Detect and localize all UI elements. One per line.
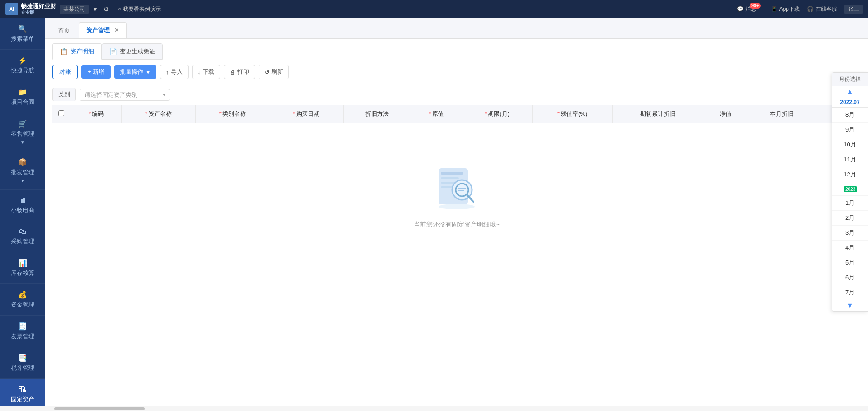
month-panel-up[interactable]: ▲ <box>832 86 868 97</box>
table-container[interactable]: *编码 *资产名称 *类别名称 *购买日期 折旧方法 *原值 *期限(月) *残… <box>45 105 868 406</box>
sidebar-item-invoice[interactable]: 🧾 发票管理 <box>0 316 45 347</box>
user-info[interactable]: 张三 <box>844 5 863 14</box>
sidebar-item-ecommerce[interactable]: 🖥 小畅电商 <box>0 190 45 221</box>
app-name: 畅捷通好业财 <box>21 3 56 10</box>
quicknav-icon: ⚡ <box>18 56 27 65</box>
month-item-8[interactable]: 8月 <box>832 108 868 123</box>
sidebar: 🔍 搜索菜单 ⚡ 快捷导航 📁 项目合同 🛒 零售管理 ▼ 📦 批发管理 ▼ 🖥… <box>0 18 45 406</box>
tab-asset-management[interactable]: 资产管理 ✕ <box>79 22 127 38</box>
th-asset-name: *资产名称 <box>122 105 196 123</box>
retail-arrow-icon: ▼ <box>20 140 25 145</box>
add-button[interactable]: + 新增 <box>81 65 111 79</box>
top-bar: Ai 畅捷通好业财 专业版 某某公司 ▼ ⚙ ○ 我要看实例演示 💬 消息 99… <box>0 0 868 18</box>
category-select[interactable]: 请选择固定资产类别 <box>80 89 170 101</box>
year-badge: 2023 <box>844 186 857 192</box>
project-icon: 📁 <box>18 88 27 96</box>
batch-button[interactable]: 批量操作 ▼ <box>114 65 156 79</box>
sidebar-item-retail[interactable]: 🛒 零售管理 ▼ <box>0 113 45 151</box>
import-icon: ↑ <box>166 69 169 76</box>
svg-point-0 <box>439 204 475 209</box>
th-period: *期限(月) <box>462 105 532 123</box>
print-button[interactable]: 🖨 打印 <box>224 65 255 79</box>
table-header-row: *编码 *资产名称 *类别名称 *购买日期 折旧方法 *原值 *期限(月) *残… <box>52 105 861 123</box>
demo-link[interactable]: ○ 我要看实例演示 <box>118 5 161 13</box>
reconcile-button[interactable]: 对账 <box>52 65 78 79</box>
tax-icon: 📑 <box>18 354 27 362</box>
category-filter-label: 类别 <box>52 88 76 101</box>
online-service-button[interactable]: 🎧 在线客服 <box>807 5 837 13</box>
sidebar-item-quicknav[interactable]: ⚡ 快捷导航 <box>0 50 45 81</box>
company-selector[interactable]: 某某公司 <box>60 5 89 14</box>
app-download-button[interactable]: 📱 App下载 <box>771 5 800 13</box>
category-select-wrapper[interactable]: 请选择固定资产类别 <box>80 89 170 101</box>
sub-tab-asset-detail[interactable]: 📋 资产明细 <box>52 43 102 60</box>
month-item-12[interactable]: 12月 <box>832 167 868 182</box>
scrollbar-thumb[interactable] <box>54 407 145 410</box>
download-button[interactable]: ↓ 下载 <box>192 65 221 79</box>
month-item-7[interactable]: 7月 <box>832 285 868 300</box>
sidebar-item-search[interactable]: 🔍 搜索菜单 <box>0 18 45 50</box>
month-item-3[interactable]: 3月 <box>832 226 868 241</box>
company-name: 某某公司 <box>63 6 85 12</box>
asset-table: *编码 *资产名称 *类别名称 *购买日期 折旧方法 *原值 *期限(月) *残… <box>52 105 861 247</box>
batch-dropdown-icon: ▼ <box>145 69 151 76</box>
tab-close-icon[interactable]: ✕ <box>114 27 119 33</box>
th-original-value: *原值 <box>411 105 462 123</box>
th-checkbox[interactable] <box>52 105 71 123</box>
sidebar-item-label: 库存核算 <box>11 269 34 277</box>
month-panel: 月份选择 ▲ 2022.07 8月 9月 10月 11月 12月 2023 1月… <box>832 72 868 312</box>
month-item-year-2023: 2023 <box>832 182 868 196</box>
th-accumulated-depreciation: 期初累计折旧 <box>613 105 703 123</box>
sidebar-item-label: 搜索菜单 <box>11 35 34 43</box>
sidebar-item-label: 固定资产 <box>11 395 34 403</box>
sidebar-item-project[interactable]: 📁 项目合同 <box>0 81 45 113</box>
print-icon: 🖨 <box>230 69 236 76</box>
sidebar-item-fixed-assets[interactable]: 🏗 固定资产 <box>0 379 45 406</box>
sidebar-item-wholesale[interactable]: 📦 批发管理 ▼ <box>0 151 45 190</box>
messages-button[interactable]: 💬 消息 99+ <box>737 5 756 13</box>
th-category: *类别名称 <box>195 105 269 123</box>
th-residual-rate: *残值率(%) <box>532 105 613 123</box>
sub-tab-bar: 📋 资产明细 📄 变更生成凭证 <box>45 39 868 60</box>
th-depreciation-method: 折旧方法 <box>343 105 411 123</box>
sidebar-item-inventory[interactable]: 📊 库存核算 <box>0 252 45 284</box>
month-item-1[interactable]: 1月 <box>832 196 868 211</box>
sidebar-item-purchase[interactable]: 🛍 采购管理 <box>0 221 45 252</box>
inventory-icon: 📊 <box>18 259 27 267</box>
company-dropdown-icon[interactable]: ▼ <box>92 6 98 13</box>
month-item-5[interactable]: 5月 <box>832 255 868 270</box>
refresh-button[interactable]: ↺ 刷新 <box>259 65 289 79</box>
settings-icon[interactable]: ⚙ <box>104 6 109 13</box>
messages-badge: 99+ <box>750 3 761 9</box>
sub-tab-change-voucher[interactable]: 📄 变更生成凭证 <box>102 43 163 60</box>
month-panel-down[interactable]: ▼ <box>832 300 868 311</box>
import-button[interactable]: ↑ 导入 <box>160 65 189 79</box>
month-item-2[interactable]: 2月 <box>832 211 868 226</box>
sidebar-item-label: 快捷导航 <box>11 66 34 75</box>
horizontal-scrollbar[interactable] <box>0 406 868 411</box>
content-area: 首页 资产管理 ✕ 📋 资产明细 📄 变更生成凭证 <box>45 18 868 406</box>
month-item-6[interactable]: 6月 <box>832 270 868 285</box>
sidebar-item-finance[interactable]: 💰 资金管理 <box>0 284 45 316</box>
toolbar: 对账 + 新增 批量操作 ▼ ↑ 导入 ↓ 下载 🖨 打印 <box>45 60 868 84</box>
empty-svg <box>429 159 484 213</box>
svg-rect-3 <box>441 177 459 179</box>
select-all-checkbox[interactable] <box>58 110 64 116</box>
sidebar-item-label: 税务管理 <box>11 364 34 372</box>
page-content: 📋 资产明细 📄 变更生成凭证 对账 + 新增 批量操作 ▼ <box>45 39 868 406</box>
change-voucher-tab-icon: 📄 <box>109 48 117 55</box>
invoice-icon: 🧾 <box>18 322 27 331</box>
month-panel-year[interactable]: 2022.07 <box>832 97 868 108</box>
app-logo: Ai 畅捷通好业财 专业版 <box>5 3 56 15</box>
purchase-icon: 🛍 <box>19 227 26 236</box>
empty-text: 当前您还没有固定资产明细哦~ <box>414 221 500 229</box>
month-item-10[interactable]: 10月 <box>832 137 868 152</box>
app-edition: 专业版 <box>21 10 56 15</box>
wholesale-arrow-icon: ▼ <box>20 178 25 183</box>
month-item-4[interactable]: 4月 <box>832 241 868 255</box>
month-item-11[interactable]: 11月 <box>832 152 868 167</box>
sidebar-item-tax[interactable]: 📑 税务管理 <box>0 347 45 379</box>
tab-home[interactable]: 首页 <box>51 23 77 38</box>
empty-state: 当前您还没有固定资产明细哦~ <box>52 123 861 247</box>
month-item-9[interactable]: 9月 <box>832 123 868 137</box>
